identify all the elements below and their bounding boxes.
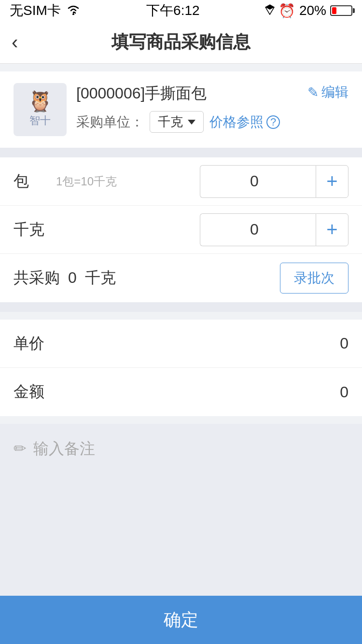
- summary-row: 共采购 0 千克 录批次: [0, 254, 362, 302]
- unit-price-value: 0: [340, 335, 348, 352]
- price-ref-label: 价格参照: [209, 113, 264, 131]
- summary-text: 共采购 0 千克: [14, 267, 116, 289]
- kg-label: 千克: [14, 219, 52, 240]
- price-ref-link[interactable]: 价格参照 ?: [209, 113, 280, 131]
- price-section: 单价 0 金额 0: [0, 320, 362, 416]
- nav-bar: ‹ 填写商品采购信息: [0, 21, 362, 64]
- kg-input-row: 千克 +: [0, 206, 362, 254]
- owl-label: 智十: [29, 113, 51, 128]
- back-button[interactable]: ‹: [12, 31, 18, 53]
- kg-input-right: +: [200, 213, 348, 246]
- amount-label: 金额: [14, 381, 44, 403]
- product-image: 🦉 智十: [14, 83, 67, 136]
- confirm-label: 确定: [164, 608, 198, 632]
- unit-label: 采购单位：: [76, 113, 144, 131]
- bag-label: 包: [14, 171, 52, 192]
- page-title: 填写商品采购信息: [111, 30, 251, 54]
- total-value: 0: [68, 269, 77, 286]
- product-card: 🦉 智十 [0000006]手撕面包 采购单位： 千克 价格参照 ? ✎ 编辑: [0, 71, 362, 148]
- battery-icon: [330, 5, 352, 16]
- input-section: 包 1包=10千克 + 千克 +: [0, 157, 362, 254]
- bag-input-row: 包 1包=10千克 +: [0, 157, 362, 206]
- edit-button[interactable]: ✎ 编辑: [307, 83, 348, 101]
- unit-value: 千克: [158, 113, 183, 130]
- total-unit: 千克: [85, 269, 116, 286]
- unit-price-label: 单价: [14, 333, 44, 354]
- location-icon: [265, 3, 275, 18]
- edit-label: 编辑: [321, 83, 348, 101]
- note-placeholder: 输入备注: [33, 438, 95, 460]
- kg-plus-button[interactable]: +: [316, 213, 348, 246]
- confirm-bar[interactable]: 确定: [0, 596, 362, 644]
- status-right: ⏰ 20%: [265, 3, 352, 19]
- status-left: 无SIM卡: [10, 1, 81, 20]
- svg-point-0: [72, 14, 74, 15]
- batch-button[interactable]: 录批次: [280, 263, 348, 294]
- owl-icon: 🦉: [28, 91, 53, 112]
- bag-input-right: +: [200, 165, 348, 198]
- amount-value: 0: [340, 383, 348, 401]
- bag-sublabel: 1包=10千克: [56, 174, 117, 189]
- alarm-icon: ⏰: [278, 3, 295, 19]
- kg-input[interactable]: [200, 213, 316, 246]
- battery-percent: 20%: [299, 3, 326, 18]
- edit-icon: ✎: [307, 84, 319, 100]
- unit-chevron-icon: [188, 120, 195, 125]
- section-divider-2: [0, 302, 362, 312]
- product-unit-row: 采购单位： 千克 价格参照 ?: [76, 111, 348, 133]
- total-prefix: 共采购: [14, 269, 60, 286]
- amount-row: 金额 0: [0, 368, 362, 416]
- product-logo: 🦉 智十: [28, 91, 53, 128]
- time-text: 下午6:12: [146, 1, 200, 20]
- bag-input[interactable]: [200, 165, 316, 198]
- note-section[interactable]: ✏ 输入备注: [0, 424, 362, 520]
- unit-price-row: 单价 0: [0, 320, 362, 368]
- section-divider-1: [0, 148, 362, 157]
- status-bar: 无SIM卡 下午6:12 ⏰ 20%: [0, 0, 362, 21]
- question-icon: ?: [266, 115, 280, 129]
- unit-select[interactable]: 千克: [150, 111, 204, 133]
- carrier-text: 无SIM卡: [10, 1, 61, 20]
- wifi-icon: [66, 3, 81, 18]
- pencil-icon: ✏: [14, 439, 27, 458]
- bag-plus-button[interactable]: +: [316, 165, 348, 198]
